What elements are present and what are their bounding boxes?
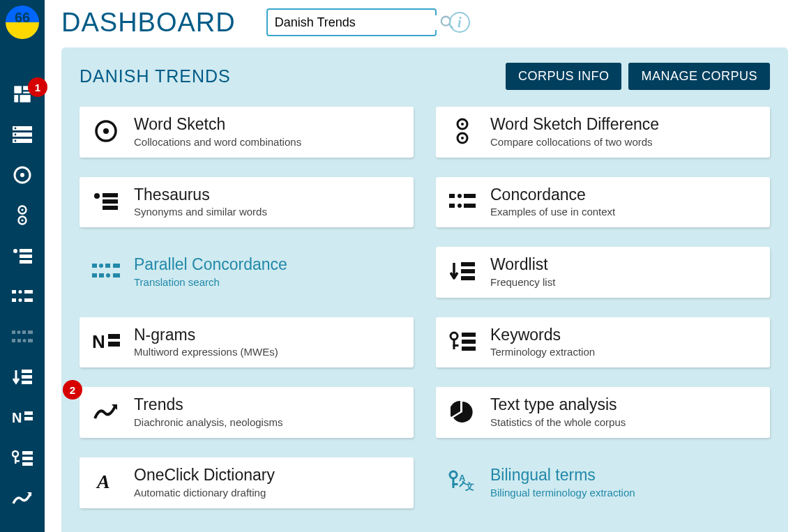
card-sub: Frequency list	[490, 276, 555, 288]
svg-rect-68	[105, 264, 110, 268]
svg-text:N: N	[92, 331, 105, 352]
svg-point-25	[19, 298, 22, 302]
svg-rect-18	[20, 249, 32, 252]
svg-rect-79	[108, 342, 120, 347]
svg-point-14	[21, 208, 23, 211]
nav-trends[interactable]	[10, 486, 35, 511]
svg-rect-39	[24, 411, 33, 415]
svg-point-10	[15, 140, 17, 142]
svg-point-64	[458, 204, 462, 208]
svg-point-33	[23, 339, 27, 342]
card-text: Text type analysis Statistics of the who…	[490, 395, 626, 428]
nav-wsdiff[interactable]	[10, 203, 35, 228]
card-wordlist[interactable]: Wordlist Frequency list	[436, 247, 770, 298]
trends-icon	[92, 398, 120, 426]
concordance-icon	[448, 188, 476, 215]
wordlist-icon	[13, 369, 32, 386]
svg-rect-88	[453, 478, 455, 488]
svg-rect-30	[28, 330, 33, 334]
svg-rect-71	[99, 273, 104, 278]
wordlist-icon	[448, 257, 476, 285]
card-text: Trends Diachronic analysis, neologisms	[134, 395, 282, 428]
manage-corpus-button[interactable]: MANAGE CORPUS	[628, 63, 770, 90]
card-text-type-analysis[interactable]: Text type analysis Statistics of the who…	[436, 387, 770, 438]
svg-rect-58	[103, 199, 118, 204]
card-text: Keywords Terminology extraction	[490, 326, 595, 358]
info-button[interactable]: i	[449, 12, 470, 33]
card-sub: Examples of use in context	[490, 206, 615, 218]
card-text: OneClick Dictionary Automatic dictionary…	[134, 466, 275, 499]
corpus-info-button[interactable]: CORPUS INFO	[506, 63, 622, 90]
svg-rect-74	[461, 262, 475, 266]
nav-dashboard[interactable]: 1	[10, 82, 35, 107]
topbar: DASHBOARD i	[61, 0, 809, 45]
card-text: Concordance Examples of use in context	[490, 185, 615, 218]
card-sub: Collocations and word combinations	[134, 136, 301, 148]
corpus-search[interactable]	[266, 8, 437, 36]
svg-rect-21	[12, 290, 16, 294]
svg-point-8	[15, 128, 17, 130]
card-text: Thesaurus Synonyms and similar words	[134, 185, 267, 218]
nav-concordance[interactable]	[10, 284, 35, 309]
nav-wordsketch[interactable]	[10, 162, 35, 188]
card-word-sketch-difference[interactable]: Word Sketch Difference Compare collocati…	[436, 107, 770, 158]
card-thesaurus[interactable]: Thesaurus Synonyms and similar words	[80, 177, 414, 228]
svg-rect-66	[92, 264, 97, 268]
card-keywords[interactable]: Keywords Terminology extraction	[436, 317, 770, 368]
thesaurus-icon	[13, 248, 32, 264]
card-sub: Bilingual terminology extraction	[490, 487, 635, 499]
card-ngrams[interactable]: N N-grams Multiword expressions (MWEs)	[80, 317, 414, 368]
card-title: Bilingual terms	[490, 466, 635, 485]
svg-rect-69	[113, 264, 120, 268]
card-parallel-concordance: Parallel Concordance Translation search	[80, 247, 414, 298]
svg-rect-62	[464, 194, 476, 198]
parallel-concordance-icon	[92, 257, 120, 285]
card-concordance[interactable]: Concordance Examples of use in context	[436, 177, 770, 228]
svg-rect-60	[449, 194, 455, 198]
card-trends[interactable]: 2 Trends Diachronic analysis, neologisms	[80, 387, 414, 438]
svg-rect-76	[461, 276, 475, 280]
nav-thesaurus[interactable]	[10, 243, 35, 268]
thesaurus-icon	[92, 188, 120, 215]
card-text: Wordlist Frequency list	[490, 255, 555, 288]
nav-parallel-concordance[interactable]	[10, 324, 35, 349]
main-area: DASHBOARD i DANISH TRENDS CORPUS INFO MA…	[45, 0, 809, 532]
card-sub: Diachronic analysis, neologisms	[134, 416, 282, 428]
svg-rect-31	[12, 339, 15, 342]
svg-point-22	[19, 290, 22, 294]
tool-grid: Word Sketch Collocations and word combin…	[80, 107, 770, 508]
app-logo[interactable]	[6, 6, 39, 39]
wsdiff-icon	[448, 117, 476, 145]
svg-rect-45	[22, 451, 33, 455]
svg-point-51	[103, 128, 109, 134]
svg-rect-19	[20, 254, 32, 258]
nav-corpora[interactable]	[10, 122, 35, 147]
word-sketch-icon	[92, 117, 120, 145]
card-sub: Automatic dictionary drafting	[134, 487, 275, 499]
svg-rect-20	[20, 260, 32, 264]
svg-rect-65	[464, 204, 476, 208]
svg-rect-82	[453, 344, 459, 347]
dictionary-icon: A	[92, 468, 120, 496]
ngrams-icon: N	[92, 328, 120, 356]
svg-text:A: A	[96, 471, 110, 492]
svg-rect-83	[462, 333, 476, 337]
keywords-icon	[12, 450, 33, 466]
card-oneclick-dictionary[interactable]: A OneClick Dictionary Automatic dictiona…	[80, 457, 414, 508]
card-word-sketch[interactable]: Word Sketch Collocations and word combin…	[80, 107, 414, 158]
svg-rect-44	[15, 460, 20, 462]
card-title: OneClick Dictionary	[134, 466, 275, 485]
svg-point-17	[13, 249, 17, 253]
card-title: Parallel Concordance	[134, 255, 287, 275]
card-text: Parallel Concordance Translation search	[134, 255, 287, 288]
nav-keywords[interactable]	[10, 446, 35, 471]
nav-ngrams[interactable]: N	[10, 405, 35, 430]
svg-rect-37	[22, 381, 32, 384]
search-input[interactable]	[275, 15, 437, 30]
svg-rect-40	[24, 417, 33, 420]
nav-wordlist[interactable]	[10, 365, 35, 390]
svg-rect-23	[24, 290, 33, 294]
list-icon	[13, 126, 32, 143]
trends-icon	[12, 491, 33, 506]
svg-point-67	[99, 264, 103, 268]
